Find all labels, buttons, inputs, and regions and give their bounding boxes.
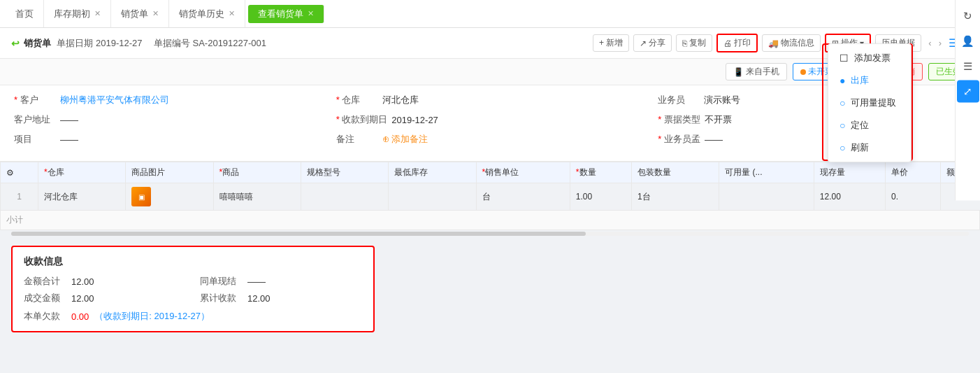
owed-extra: （收款到期日: 2019-12-27）: [94, 310, 210, 323]
logistics-button[interactable]: 🚚 物流信息: [762, 34, 821, 52]
doc-type-icon: ↩: [11, 38, 20, 49]
tab-view-sales[interactable]: 查看销货单 ✕: [248, 5, 324, 23]
col-settings[interactable]: ⚙: [1, 162, 38, 183]
payment-date-value: 2019-12-27: [391, 115, 438, 125]
customer-label: 客户: [14, 94, 56, 106]
salesperson-field: 业务员 演示账号: [658, 94, 966, 106]
sidebar-list-icon[interactable]: ☰: [957, 55, 979, 77]
deal-value: 12.00: [71, 293, 94, 304]
doc-title-area: ↩ 销货单: [11, 37, 51, 50]
expand-side-icon: ⤢: [963, 85, 972, 97]
locate-icon: ○: [840, 120, 845, 131]
project-field: 项目 ——: [14, 133, 322, 146]
doc-number-value: SA-20191227-001: [193, 38, 267, 48]
row-stock: 12.00: [814, 183, 885, 211]
invoice-type-value: 不开票: [705, 113, 732, 126]
row-quantity: 1.00: [570, 183, 631, 211]
warehouse-value: 河北仓库: [382, 94, 419, 106]
row-min-stock: [389, 183, 476, 211]
note-field: 备注 ⊕ 添加备注: [336, 133, 644, 146]
row-unit: 台: [476, 183, 570, 211]
doc-actions: + 新增 ↗ 分享 ⎘ 复制 🖨 打印 🚚 物流信息 ⊞ 操作 ▾: [593, 34, 969, 52]
tab-sales-history[interactable]: 销货单历史 ✕: [169, 0, 245, 27]
row-unit-price: 0.: [885, 183, 940, 211]
salesperson2-field: 业务员孟 ——: [658, 133, 966, 146]
payment-grid: 金额合计 12.00 同单现结 —— 成交金额 12.00 累计收款 12.00…: [24, 275, 362, 323]
from-phone-button[interactable]: 📱 来自手机: [726, 63, 787, 80]
horizontal-scrollbar[interactable]: [11, 232, 969, 236]
salesperson2-label: 业务员孟: [658, 133, 700, 146]
form-row-1: 客户 柳州粤港平安气体有限公司 仓库 河北仓库 业务员 演示账号: [14, 94, 966, 106]
table-row: 1 河北仓库 ▣ 嘻嘻嘻嘻 台 1.00 1台 12.00 0.: [1, 183, 980, 211]
collected-value: 12.00: [247, 293, 271, 304]
menu-refresh[interactable]: ○ 刷新: [828, 136, 911, 159]
tab-home[interactable]: 首页: [6, 0, 44, 27]
doc-date-field: 单据日期 2019-12-27: [57, 37, 143, 50]
subtotal-row: 小计: [1, 211, 980, 230]
close-tab-sales[interactable]: ✕: [152, 9, 159, 18]
plus-icon: ⊕: [382, 134, 389, 144]
sidebar-refresh-icon[interactable]: ↻: [957, 4, 979, 27]
col-spec: 规格型号: [301, 162, 388, 183]
warehouse-field: 仓库 河北仓库: [336, 94, 644, 106]
scrollbar-thumb: [11, 232, 586, 236]
tab-inventory-init[interactable]: 库存期初 ✕: [44, 0, 111, 27]
print-icon: 🖨: [723, 38, 732, 48]
sidebar-link-icon[interactable]: 🔗: [957, 0, 979, 1]
project-label: 项目: [14, 133, 56, 146]
copy-button[interactable]: ⎘ 复制: [676, 34, 712, 52]
project-value: ——: [60, 134, 78, 145]
row-available: [719, 183, 814, 211]
list-side-icon: ☰: [963, 59, 972, 72]
form-row-2: 客户地址 —— 收款到期日 2019-12-27 票据类型 不开票: [14, 113, 966, 126]
doc-number-field: 单据编号 SA-20191227-001: [154, 37, 267, 50]
invoice-type-label: 票据类型: [658, 113, 700, 126]
customer-field: 客户 柳州粤港平安气体有限公司: [14, 94, 322, 106]
col-unit: *销售单位: [476, 162, 570, 183]
copy-icon: ⎘: [682, 38, 687, 48]
close-tab-history[interactable]: ✕: [229, 9, 235, 18]
customer-value[interactable]: 柳州粤港平安气体有限公司: [60, 94, 169, 106]
menu-locate[interactable]: ○ 定位: [828, 114, 911, 136]
address-label: 客户地址: [14, 113, 56, 126]
next-arrow[interactable]: ›: [936, 36, 944, 50]
doc-type-label: 销货单: [24, 37, 51, 50]
row-warehouse: 河北仓库: [38, 183, 125, 211]
menu-stock-out[interactable]: ● 出库: [828, 69, 911, 92]
print-button[interactable]: 🖨 打印: [716, 34, 758, 52]
logistics-icon: 🚚: [768, 38, 779, 48]
payment-title: 收款信息: [24, 255, 362, 268]
tab-sales-order[interactable]: 销货单 ✕: [111, 0, 169, 27]
tab-bar: 首页 库存期初 ✕ 销货单 ✕ 销货单历史 ✕ 查看销货单 ✕ ✕: [0, 0, 980, 28]
add-note-button[interactable]: ⊕ 添加备注: [382, 133, 428, 146]
sidebar-user-icon[interactable]: 👤: [957, 29, 979, 52]
user-side-icon: 👤: [961, 34, 974, 47]
payment-date-field: 收款到期日 2019-12-27: [336, 113, 644, 126]
col-unit-price: 单价: [885, 162, 940, 183]
phone-icon: 📱: [733, 67, 744, 77]
close-tab-view-sales[interactable]: ✕: [308, 9, 314, 18]
col-quantity: *数量: [570, 162, 631, 183]
table-header-row: ⚙ *仓库 商品图片 *商品 规格型号 最低库存 *销售单位 *数量 包装数量 …: [1, 162, 980, 183]
sidebar-expand-icon[interactable]: ⤢: [957, 80, 979, 102]
available-qty-icon: ○: [840, 97, 845, 108]
doc-date-value: 2019-12-27: [96, 38, 143, 48]
col-stock: 现存量: [814, 162, 885, 183]
prev-arrow[interactable]: ‹: [925, 36, 934, 50]
new-button[interactable]: + 新增: [593, 34, 629, 52]
close-tab-inventory[interactable]: ✕: [94, 9, 101, 18]
payment-collected: 累计收款 12.00: [200, 292, 362, 304]
col-product: *商品: [213, 162, 301, 183]
menu-available-qty[interactable]: ○ 可用量提取: [828, 92, 911, 114]
menu-add-invoice[interactable]: ☐ 添加发票: [828, 47, 911, 69]
col-pack-qty: 包装数量: [631, 162, 719, 183]
invoice-type-field: 票据类型 不开票: [658, 113, 966, 126]
payment-total-value: 12.00: [71, 276, 94, 287]
share-button[interactable]: ↗ 分享: [633, 34, 672, 52]
owed-value: 0.00: [71, 311, 89, 322]
operation-dropdown: ☐ 添加发票 ● 出库 ○ 可用量提取 ○ 定位 ○ 刷新: [828, 43, 911, 162]
salesperson-value: 演示账号: [704, 94, 740, 106]
refresh-icon: ○: [840, 142, 845, 153]
stock-out-icon: ●: [840, 75, 845, 86]
nav-arrows: ‹ ›: [925, 36, 944, 50]
